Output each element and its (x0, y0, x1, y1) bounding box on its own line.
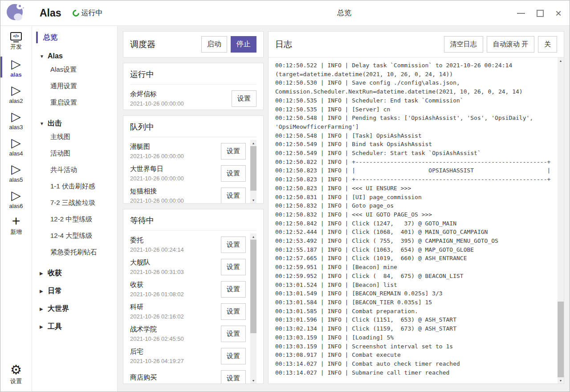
task-row: 商店购买 设置 (130, 367, 246, 384)
task-row: 大世界每日 2021-10-26 00:00:00 设置 (130, 162, 246, 184)
rail-item-alas5[interactable]: ▷ alas5 (0, 159, 32, 186)
rail-item-alas2[interactable]: ▷ alas2 (0, 81, 32, 107)
play-icon: ▷ (11, 84, 21, 97)
log-header: 日志 清空日志 自动滚动 开 关 (269, 32, 564, 57)
menu-section-reward[interactable]: ▶ 收获 (32, 268, 117, 278)
close-button[interactable]: × (555, 8, 562, 19)
menu-item-restart-settings[interactable]: 重启设置 (32, 94, 117, 111)
task-setting-button[interactable]: 设置 (221, 303, 246, 320)
task-row: 潜艇图 2021-10-26 00:00:00 设置 (130, 140, 246, 162)
rail-item-settings[interactable]: ⚙ 设置 (0, 361, 32, 387)
menu-section-tools[interactable]: ▶ 工具 (32, 321, 117, 332)
menu-section-opsi[interactable]: ▶ 大世界 (32, 303, 117, 314)
dev-monitor-stand (13, 41, 19, 42)
running-panel: 运行中 余烬信标 2021-10-26 00:00:00 设置 (123, 63, 264, 110)
scroll-down-icon[interactable]: ▼ (558, 377, 564, 384)
rail-spacer (0, 238, 32, 361)
logo-dot (19, 5, 21, 7)
clear-log-button[interactable]: 清空日志 (444, 36, 483, 53)
scrollbar-thumb[interactable] (558, 302, 564, 377)
minimize-icon (517, 13, 525, 14)
task-name: 大世界每日 (130, 165, 184, 173)
task-time: 2021-10-26 00:24:14 (130, 246, 184, 253)
log-off-button[interactable]: 关 (538, 36, 557, 53)
task-name: 收获 (130, 281, 184, 289)
window-controls: × (517, 0, 562, 26)
waiting-scrollbar[interactable]: ▲ ▼ (250, 233, 256, 384)
menu-item-1-1[interactable]: 1-1 伏击刷好感 (32, 178, 117, 195)
play-icon: ▷ (11, 57, 21, 71)
rail-item-alas4[interactable]: ▷ alas4 (0, 133, 32, 159)
task-setting-button[interactable]: 设置 (221, 165, 246, 182)
divider (130, 84, 256, 85)
app-window: Alas 运行中 总览 × </> 开发 ▷ alas (0, 0, 570, 392)
scrollbar-thumb[interactable] (250, 146, 256, 191)
pending-title: 队列中 (130, 122, 256, 137)
log-scrollbar[interactable]: ▲ ▼ (558, 57, 564, 384)
pending-task-list: 潜艇图 2021-10-26 00:00:00 设置 大世界每日 2021-10… (130, 140, 256, 203)
minimize-button[interactable] (517, 13, 525, 14)
waiting-panel: 等待中 委托 2021-10-26 00:24:14 设置 大舰 (123, 209, 264, 384)
stop-button[interactable]: 停止 (231, 36, 256, 53)
task-row: 委托 2021-10-26 00:24:14 设置 (130, 233, 246, 256)
plus-icon: + (12, 214, 20, 228)
task-row: 战术学院 2021-10-26 02:45:50 设置 (130, 323, 246, 345)
task-setting-button[interactable]: 设置 (232, 90, 256, 107)
menu-item-urgent-commission[interactable]: 紧急委托刷钻石 (32, 244, 117, 261)
rail-item-add[interactable]: + 新增 (0, 212, 32, 238)
menu-section-daily[interactable]: ▶ 日常 (32, 286, 117, 296)
task-setting-button[interactable]: 设置 (221, 281, 246, 298)
scroll-up-icon[interactable]: ▲ (250, 233, 256, 240)
task-setting-button[interactable]: 设置 (221, 188, 246, 204)
task-setting-button[interactable]: 设置 (221, 143, 246, 159)
task-setting-button[interactable]: 设置 (221, 259, 246, 275)
logo-dot (23, 7, 24, 8)
scheduler-column: 调度器 启动 停止 运行中 余烬信标 2021-10-26 00:00:00 设 (123, 31, 264, 384)
start-button[interactable]: 启动 (201, 36, 227, 53)
divider (130, 137, 256, 137)
task-setting-button[interactable]: 设置 (221, 326, 246, 342)
log-body: 00:12:50.522 | INFO | Delay task `Commis… (269, 57, 564, 384)
maximize-button[interactable] (537, 10, 544, 17)
menu-item-general-settings[interactable]: 通用设置 (32, 78, 117, 94)
menu-item-overview[interactable]: 总览 (32, 31, 117, 44)
running-task-list: 余烬信标 2021-10-26 00:00:00 设置 (130, 87, 256, 110)
scroll-down-icon[interactable]: ▼ (250, 197, 256, 203)
menu-section-sortie[interactable]: ▼ 出击 (32, 118, 117, 129)
status-label: 运行中 (81, 8, 103, 18)
autoscroll-toggle-button[interactable]: 自动滚动 开 (487, 36, 534, 53)
scroll-up-icon[interactable]: ▲ (250, 140, 256, 146)
rail-item-alas[interactable]: ▷ alas (0, 54, 32, 81)
chevron-right-icon: ▶ (40, 306, 48, 311)
pending-scrollbar[interactable]: ▲ ▼ (250, 140, 256, 203)
rail-item-alas3[interactable]: ▷ alas3 (0, 107, 32, 133)
scroll-down-icon[interactable]: ▼ (250, 377, 256, 384)
menu-overview-label: 总览 (43, 33, 57, 42)
menu-section-alas[interactable]: ▼ Alas (32, 51, 117, 61)
menu-item-raid[interactable]: 共斗活动 (32, 162, 117, 178)
scrollbar-thumb[interactable] (250, 240, 256, 333)
menu-item-main-map[interactable]: 主线图 (32, 129, 117, 145)
play-icon: ▷ (11, 189, 21, 202)
waiting-title: 等待中 (130, 215, 256, 230)
menu-item-event-map[interactable]: 活动图 (32, 145, 117, 162)
menu-item-12-4[interactable]: 12-4 大型练级 (32, 228, 117, 244)
task-time: 2021-10-26 00:00:00 (130, 153, 184, 159)
menu-item-12-2[interactable]: 12-2 中型练级 (32, 211, 117, 228)
menu-sidebar: 总览 ▼ Alas Alas设置 通用设置 重启设置 ▼ 出击 主线图 活动图 … (32, 26, 118, 392)
task-time: 2021-10-26 01:08:02 (130, 291, 184, 298)
task-setting-button[interactable]: 设置 (221, 370, 246, 384)
rail-item-dev[interactable]: </> 开发 (0, 28, 32, 54)
waiting-task-list: 委托 2021-10-26 00:24:14 设置 大舰队 2021-10-26… (130, 233, 256, 384)
menu-item-alas-settings[interactable]: Alas设置 (32, 61, 117, 78)
chevron-right-icon: ▶ (40, 271, 48, 276)
task-setting-button[interactable]: 设置 (221, 237, 246, 253)
scroll-up-icon[interactable]: ▲ (558, 57, 564, 64)
task-setting-button[interactable]: 设置 (221, 348, 246, 364)
log-column: 日志 清空日志 自动滚动 开 关 00:12:50.522 | INFO | D… (268, 31, 564, 384)
rail-item-alas6[interactable]: ▷ alas6 (0, 186, 32, 212)
task-row: 后宅 2021-10-26 04:19:27 设置 (130, 345, 246, 367)
menu-item-7-2[interactable]: 7-2 三战捡垃圾 (32, 195, 117, 211)
task-name: 科研 (130, 303, 184, 311)
task-time: 2021-10-26 00:00:00 (130, 175, 184, 182)
